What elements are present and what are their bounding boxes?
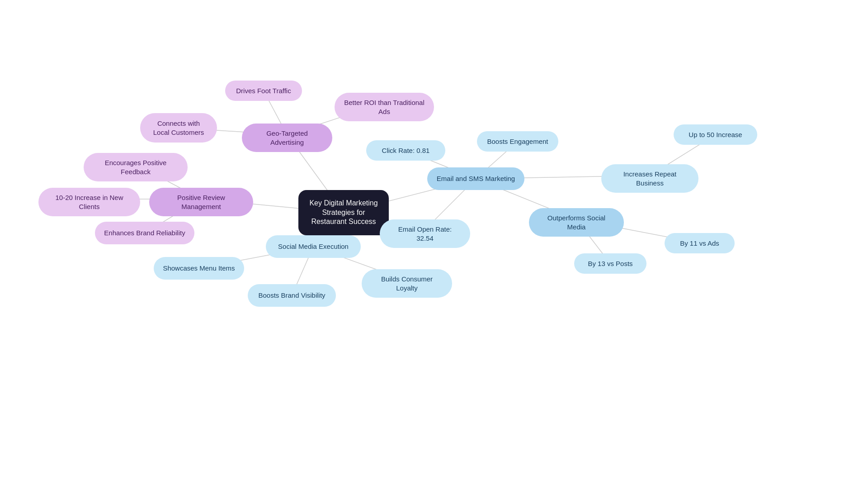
mindmap-canvas: Key Digital Marketing Strategies for Res…	[0, 0, 868, 490]
mindmap-node-increases-repeat: Increases Repeat Business	[601, 164, 698, 193]
mindmap-node-positive-review: Positive Review Management	[149, 188, 253, 216]
mindmap-node-builds-loyalty: Builds Consumer Loyalty	[362, 269, 452, 298]
mindmap-node-enhances-brand: Enhances Brand Reliability	[95, 222, 194, 244]
mindmap-node-by-11-ads: By 11 vs Ads	[665, 233, 735, 253]
mindmap-node-click-rate: Click Rate: 0.81	[366, 140, 445, 161]
mindmap-node-geo-targeted: Geo-Targeted Advertising	[242, 124, 332, 152]
mindmap-node-email-sms: Email and SMS Marketing	[427, 167, 524, 190]
mindmap-node-email-open-rate: Email Open Rate: 32.54	[380, 219, 470, 248]
mindmap-node-showcases-menu: Showcases Menu Items	[154, 257, 244, 280]
mindmap-node-better-roi: Better ROI than Traditional Ads	[335, 93, 434, 121]
mindmap-node-connects-local: Connects with Local Customers	[140, 113, 217, 143]
mindmap-node-drives-foot: Drives Foot Traffic	[225, 81, 302, 101]
mindmap-node-encourages-feedback: Encourages Positive Feedback	[84, 153, 188, 181]
mindmap-node-10-20-increase: 10-20 Increase in New Clients	[38, 188, 140, 216]
mindmap-node-boosts-engagement: Boosts Engagement	[477, 131, 558, 152]
mindmap-node-up-to-50: Up to 50 Increase	[674, 124, 757, 145]
mindmap-node-by-13-posts: By 13 vs Posts	[574, 253, 646, 274]
mindmap-node-social-media: Social Media Execution	[266, 235, 361, 258]
mindmap-node-outperforms: Outperforms Social Media	[529, 208, 624, 237]
mindmap-node-center: Key Digital Marketing Strategies for Res…	[298, 190, 389, 235]
mindmap-node-boosts-visibility: Boosts Brand Visibility	[248, 284, 336, 307]
